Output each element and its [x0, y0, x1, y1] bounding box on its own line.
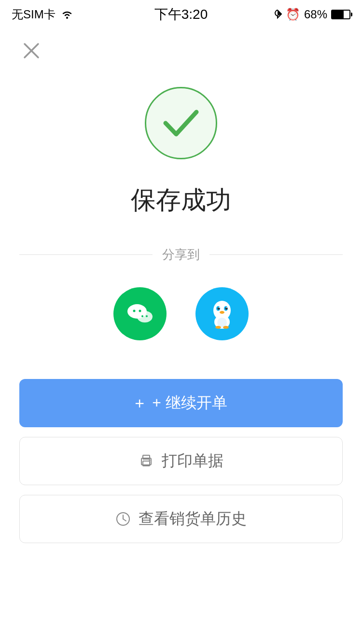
svg-point-0 — [66, 17, 68, 19]
history-button[interactable]: 查看销货单历史 — [19, 495, 343, 543]
svg-point-6 — [139, 310, 141, 312]
alarm-icon: ⏰ — [286, 8, 300, 21]
qq-icon — [207, 297, 238, 331]
svg-point-24 — [149, 460, 151, 461]
success-icon-circle — [145, 87, 217, 159]
action-buttons: + + 继续开单 打印单据 查看销货单历史 — [19, 379, 343, 543]
battery-icon — [331, 10, 350, 19]
history-icon — [115, 511, 131, 527]
wifi-icon — [60, 10, 74, 19]
svg-point-12 — [219, 307, 220, 308]
continue-button[interactable]: + + 继续开单 — [19, 379, 343, 427]
status-left: 无SIM卡 — [12, 7, 74, 22]
wechat-icon — [125, 299, 156, 328]
svg-point-18 — [217, 318, 227, 327]
share-divider: 分享到 — [19, 246, 343, 263]
print-button[interactable]: 打印单据 — [19, 437, 343, 485]
svg-line-27 — [123, 519, 126, 521]
svg-point-19 — [215, 326, 221, 329]
main-content: 保存成功 分享到 — [0, 29, 362, 562]
print-icon — [139, 453, 154, 469]
svg-point-5 — [133, 310, 135, 312]
success-title: 保存成功 — [131, 183, 231, 217]
divider-right — [209, 254, 343, 255]
continue-label: + 继续开单 — [152, 392, 227, 414]
status-right: ⏰ 68% — [273, 8, 350, 21]
location-icon — [273, 10, 282, 19]
close-button-container — [19, 39, 343, 63]
battery-percent: 68% — [304, 8, 327, 21]
svg-point-8 — [146, 315, 148, 317]
share-icons-container — [113, 287, 249, 340]
plus-icon: + — [135, 394, 144, 413]
checkmark-icon — [162, 106, 200, 140]
carrier-text: 无SIM卡 — [12, 7, 56, 22]
wechat-share-button[interactable] — [113, 287, 167, 340]
history-label: 查看销货单历史 — [139, 508, 247, 530]
svg-point-7 — [141, 315, 143, 317]
status-bar: 无SIM卡 下午3:20 ⏰ 68% — [0, 0, 362, 29]
svg-point-15 — [226, 307, 227, 308]
close-button[interactable] — [19, 39, 43, 63]
print-label: 打印单据 — [162, 450, 223, 472]
status-time: 下午3:20 — [154, 5, 208, 24]
qq-share-button[interactable] — [195, 287, 249, 340]
svg-point-20 — [223, 326, 229, 329]
svg-point-4 — [137, 311, 153, 322]
svg-point-16 — [220, 311, 224, 314]
divider-left — [19, 254, 153, 255]
share-label: 分享到 — [162, 246, 200, 263]
close-icon — [23, 42, 40, 59]
